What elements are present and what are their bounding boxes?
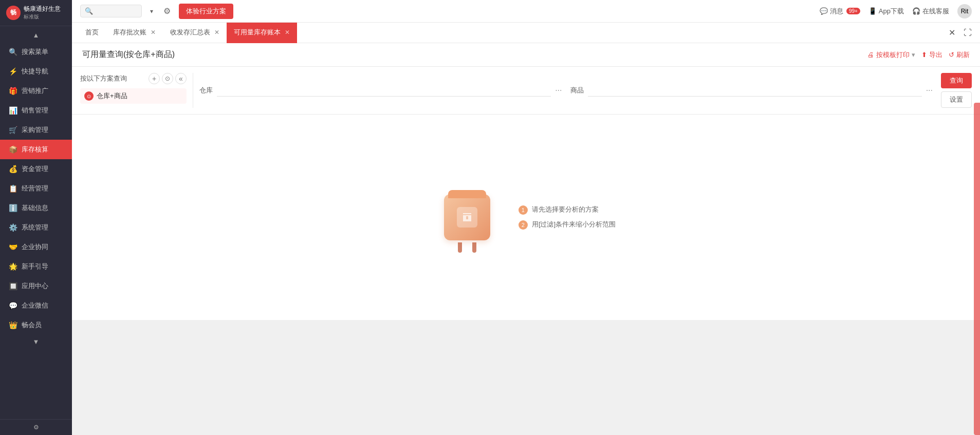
sidebar-scroll-up[interactable]: ▲ [0, 28, 72, 42]
hint-num-2: 2 [519, 220, 528, 230]
sidebar-icon-purchase-mgmt: 🛒 [8, 125, 17, 135]
refresh-btn[interactable]: ↺ 刷新 [949, 50, 970, 60]
trial-btn[interactable]: 体验行业方案 [179, 4, 233, 19]
scheme-settings-btn[interactable]: ⊙ [162, 73, 173, 84]
warehouse-more-btn[interactable]: ··· [555, 86, 562, 95]
sidebar-item-finance[interactable]: 💰资金管理 [0, 159, 72, 179]
search-input[interactable] [95, 8, 136, 15]
maximize-btn[interactable]: ⛶ [961, 26, 974, 40]
page-title: 可用量查询(按仓库+商品) [82, 49, 175, 60]
product-input[interactable] [588, 84, 922, 97]
print-btn[interactable]: 🖨 按模板打印 ▾ [867, 50, 915, 60]
tabs-container: 首页库存批次账✕收发存汇总表✕可用量库存账本✕ [78, 23, 947, 43]
sidebar-item-purchase-mgmt[interactable]: 🛒采购管理 [0, 120, 72, 140]
add-scheme-btn[interactable]: + [149, 73, 160, 84]
message-btn[interactable]: 💬 消息 99+ [820, 7, 860, 16]
sidebar-label-app-center: 应用中心 [22, 281, 48, 291]
app-download-btn[interactable]: 📱 App下载 [868, 7, 904, 16]
sidebar-item-newbie-guide[interactable]: 🌟新手引导 [0, 257, 72, 276]
tab-close-batch-account[interactable]: ✕ [151, 29, 156, 36]
sidebar-label-basic-info: 基础信息 [22, 203, 48, 213]
sidebar-label-finance: 资金管理 [22, 164, 48, 174]
scheme-item-warehouse-product[interactable]: ⊙ 仓库+商品 [80, 88, 187, 104]
tab-home[interactable]: 首页 [78, 23, 106, 43]
export-btn[interactable]: ⬆ 导出 [921, 50, 942, 60]
close-tab-btn[interactable]: ✕ [947, 26, 957, 40]
sidebar-label-newbie-guide: 新手引导 [22, 262, 48, 271]
hint-text-2: 用[过滤]条件来缩小分析范围 [532, 220, 616, 229]
sidebar-logo: 畅 [6, 6, 21, 20]
page-header-actions: 🖨 按模板打印 ▾ ⬆ 导出 ↺ 刷新 [867, 50, 970, 60]
sidebar-item-enterprise-collab[interactable]: 🤝企业协同 [0, 237, 72, 257]
tab-close-inventory-summary[interactable]: ✕ [214, 29, 219, 36]
filter-setting-btn[interactable]: 设置 [941, 91, 972, 108]
sidebar-item-shortcut[interactable]: ⚡快捷导航 [0, 62, 72, 81]
query-btn[interactable]: 查询 [941, 73, 972, 88]
page-header: 可用量查询(按仓库+商品) 🖨 按模板打印 ▾ ⬆ 导出 ↺ 刷新 [72, 43, 980, 67]
topbar-dropdown[interactable]: ▾ [148, 6, 155, 17]
sidebar-label-search: 搜索菜单 [22, 47, 48, 56]
sidebar-item-marketing-promo[interactable]: 🎁营销推广 [0, 81, 72, 101]
filter-area: 按以下方案查询 + ⊙ « ⊙ 仓库+商品 仓库 [72, 67, 980, 115]
product-field: 商品 ··· [570, 84, 933, 97]
filter-row: 仓库 ··· 商品 ··· 查询 设置 [199, 73, 972, 108]
filter-fields-panel: 仓库 ··· 商品 ··· 查询 设置 [199, 73, 972, 108]
scheme-label: 仓库+商品 [97, 91, 127, 101]
right-edge-bar [974, 103, 980, 435]
sidebar-header: 畅 畅康通好生意 标准版 [0, 0, 72, 26]
sidebar-label-system-mgmt: 系统管理 [22, 223, 48, 232]
empty-box-icon [444, 194, 490, 240]
empty-leg-left [458, 242, 462, 253]
sidebar-item-basic-info[interactable]: ℹ️基础信息 [0, 198, 72, 218]
tab-label-available-ledger: 可用量库存账本 [234, 28, 281, 37]
print-icon: 🖨 [867, 51, 874, 59]
sidebar-label-marketing-promo: 营销推广 [22, 86, 48, 96]
sidebar: 畅 畅康通好生意 标准版 ▲ 🔍搜索菜单⚡快捷导航🎁营销推广📊销售管理🛒采购管理… [0, 0, 72, 435]
user-name: Rit [961, 8, 969, 15]
sidebar-icon-search: 🔍 [8, 47, 17, 56]
filter-scheme-actions: + ⊙ « [149, 73, 187, 84]
tab-label-home: 首页 [85, 28, 99, 37]
print-dropdown-icon: ▾ [912, 51, 915, 59]
topbar-right: 💬 消息 99+ 📱 App下载 🎧 在线客服 Rit [820, 4, 972, 18]
sidebar-brand: 畅康通好生意 标准版 [24, 5, 61, 21]
sidebar-item-inventory[interactable]: 📦库存核算 [0, 140, 72, 159]
topbar-gear-icon[interactable]: ⚙ [161, 4, 173, 18]
sidebar-icon-finance: 💰 [8, 164, 17, 174]
sidebar-item-sales-mgmt[interactable]: 📊销售管理 [0, 101, 72, 120]
tab-inventory-summary[interactable]: 收发存汇总表✕ [163, 23, 227, 43]
sidebar-item-operation[interactable]: 📋经营管理 [0, 179, 72, 198]
sidebar-scroll-down[interactable]: ▼ [0, 335, 72, 349]
export-icon: ⬆ [921, 51, 927, 59]
tab-batch-account[interactable]: 库存批次账✕ [106, 23, 163, 43]
sidebar-label-enterprise-wechat: 企业微信 [22, 301, 48, 310]
sidebar-item-system-mgmt[interactable]: ⚙️系统管理 [0, 218, 72, 237]
empty-hint-1: 1 请先选择要分析的方案 [519, 205, 616, 215]
online-service-btn[interactable]: 🎧 在线客服 [912, 7, 949, 16]
sidebar-item-member[interactable]: 👑畅会员 [0, 315, 72, 335]
sidebar-item-search[interactable]: 🔍搜索菜单 [0, 42, 72, 62]
sidebar-item-app-center[interactable]: 🔲应用中心 [0, 276, 72, 296]
tab-available-ledger[interactable]: 可用量库存账本✕ [227, 23, 297, 43]
empty-leg-right [472, 242, 476, 253]
sidebar-bottom[interactable]: ⚙ [0, 419, 72, 435]
app-download-label: App下载 [879, 7, 904, 16]
filter-action-buttons: 查询 设置 [941, 73, 972, 108]
empty-box-inner-icon [457, 207, 477, 228]
warehouse-input[interactable] [217, 84, 551, 97]
empty-state: 1 请先选择要分析的方案 2 用[过滤]条件来缩小分析范围 [72, 115, 980, 320]
sidebar-item-enterprise-wechat[interactable]: 💬企业微信 [0, 296, 72, 315]
product-more-btn[interactable]: ··· [926, 86, 933, 95]
user-avatar[interactable]: Rit [957, 4, 972, 18]
tab-close-available-ledger[interactable]: ✕ [285, 29, 290, 36]
sidebar-icon-sales-mgmt: 📊 [8, 106, 17, 115]
sidebar-icon-enterprise-collab: 🤝 [8, 242, 17, 252]
tab-label-batch-account: 库存批次账 [113, 28, 146, 37]
page-content: 可用量查询(按仓库+商品) 🖨 按模板打印 ▾ ⬆ 导出 ↺ 刷新 [72, 43, 980, 435]
collapse-btn[interactable]: « [175, 73, 187, 84]
sidebar-icon-app-center: 🔲 [8, 281, 17, 291]
sidebar-icon-system-mgmt: ⚙️ [8, 223, 17, 232]
sidebar-icon-operation: 📋 [8, 184, 17, 193]
sidebar-title: 畅康通好生意 [24, 5, 61, 13]
sidebar-icon-basic-info: ℹ️ [8, 203, 17, 213]
